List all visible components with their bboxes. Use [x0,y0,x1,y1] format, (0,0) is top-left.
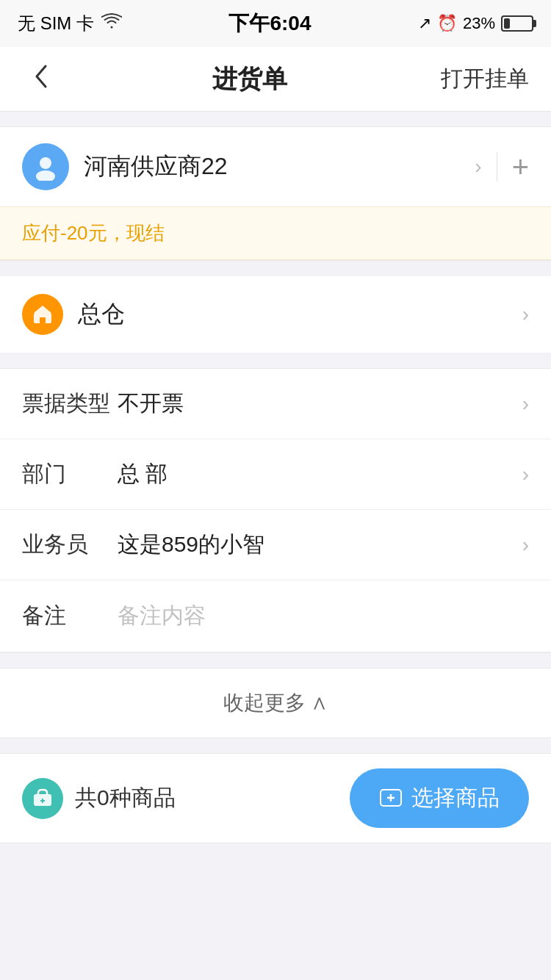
note-placeholder[interactable]: 备注内容 [118,601,529,631]
no-sim-text: 无 SIM 卡 [18,12,94,35]
supplier-name: 河南供应商22 [84,151,475,183]
status-left: 无 SIM 卡 [18,12,122,35]
select-product-label: 选择商品 [411,783,500,813]
notice-text: 应付-20元，现结 [22,222,165,244]
warehouse-chevron-icon: › [522,303,529,326]
product-count-text: 共0种商品 [75,783,176,813]
back-button[interactable] [22,53,59,106]
status-bar: 无 SIM 卡 下午6:04 ↗ ⏰ 23% [0,0,551,47]
status-right: ↗ ⏰ 23% [418,14,533,33]
collapse-text: 收起更多 ∧ [223,689,328,717]
svg-point-1 [36,170,55,181]
bill-type-value: 不开票 [118,389,522,419]
gps-icon: ↗ [418,14,431,33]
warehouse-name: 总仓 [78,298,522,331]
department-value: 总 部 [118,459,522,489]
open-pending-button[interactable]: 打开挂单 [441,64,529,94]
svg-point-0 [40,157,51,169]
collapse-bar[interactable]: 收起更多 ∧ [0,668,551,738]
page-title: 进货单 [212,62,287,96]
supplier-avatar [22,143,69,190]
bill-type-chevron-icon: › [522,392,529,416]
wifi-icon [101,13,122,34]
battery-icon [501,15,533,32]
nav-bar: 进货单 打开挂单 [0,47,551,112]
warehouse-row[interactable]: 总仓 › [0,275,551,353]
note-row[interactable]: 备注 备注内容 [0,580,551,652]
product-count-wrap: 共0种商品 [22,778,176,819]
bill-type-label: 票据类型 [22,389,118,419]
supplier-section: 河南供应商22 › + 应付-20元，现结 [0,126,551,261]
department-row[interactable]: 部门 总 部 › [0,439,551,510]
battery-text: 23% [463,14,495,33]
note-label: 备注 [22,601,118,631]
salesperson-chevron-icon: › [522,533,529,557]
section-gap-1 [0,112,551,126]
warehouse-icon [22,294,63,335]
department-chevron-icon: › [522,463,529,486]
product-icon [22,778,63,819]
page-bg [0,843,551,980]
svg-rect-4 [40,317,46,323]
bottom-bar: 共0种商品 选择商品 [0,753,551,843]
bill-type-row[interactable]: 票据类型 不开票 › [0,369,551,439]
supplier-chevron-icon: › [475,155,481,179]
svg-marker-3 [34,306,51,313]
form-section: 票据类型 不开票 › 部门 总 部 › 业务员 这是859的小智 › 备注 备注… [0,368,551,653]
supplier-row[interactable]: 河南供应商22 › + [0,127,551,206]
salesperson-value: 这是859的小智 [118,530,522,560]
salesperson-label: 业务员 [22,530,118,560]
notice-bar: 应付-20元，现结 [0,206,551,260]
battery-fill [504,18,510,29]
divider [497,152,497,181]
department-label: 部门 [22,459,118,489]
salesperson-row[interactable]: 业务员 这是859的小智 › [0,510,551,580]
add-supplier-icon[interactable]: + [512,151,529,184]
select-product-button[interactable]: 选择商品 [350,768,529,828]
alarm-icon: ⏰ [437,14,457,33]
status-time: 下午6:04 [228,10,311,37]
